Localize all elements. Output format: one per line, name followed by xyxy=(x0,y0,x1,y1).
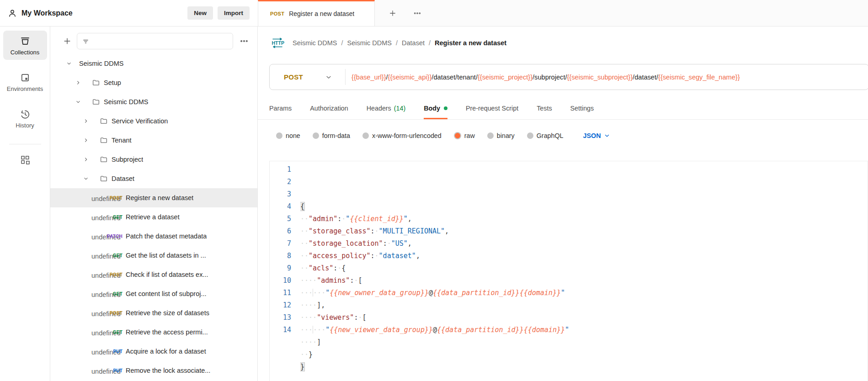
chevron-undefined-icon[interactable]: undefined xyxy=(91,349,97,354)
chevron-undefined-icon[interactable]: undefined xyxy=(91,291,97,296)
url-segment: /dataset/tenant/ xyxy=(431,74,478,81)
request-row[interactable]: undefinedPOSTRegister a new dataset xyxy=(50,188,257,207)
method-label: POST xyxy=(284,73,303,81)
request-tab-label: Headers xyxy=(367,104,391,113)
folder-row[interactable]: Seismic DDMS xyxy=(50,92,257,111)
radio-GraphQL[interactable] xyxy=(527,132,533,139)
collection-row[interactable]: Seismic DDMS xyxy=(50,54,257,73)
request-row[interactable]: undefinedGETGet content list of subproj.… xyxy=(50,284,257,303)
method-badge: PUT xyxy=(101,368,122,373)
code-line: ··"access_policy":·"dataset", xyxy=(300,250,868,262)
body-editor[interactable]: 1234567891011121314 {··"admin":·"{{clien… xyxy=(269,161,868,381)
request-tab-label: Body xyxy=(424,104,440,113)
folder-icon xyxy=(100,136,108,144)
tab-pre-request-script[interactable]: Pre-request Script xyxy=(466,104,518,119)
request-row[interactable]: undefinedPOSTCheck if list of datasets e… xyxy=(50,265,257,284)
breadcrumb-item[interactable]: Seismic DDMS xyxy=(293,39,337,47)
request-row[interactable]: undefinedPUTAcquire a lock for a dataset xyxy=(50,342,257,361)
import-button[interactable]: Import xyxy=(218,6,250,20)
tab-authorization[interactable]: Authorization xyxy=(310,104,348,119)
breadcrumb-separator: / xyxy=(396,39,398,47)
request-row[interactable]: undefinedPOSTRetrieve the size of datase… xyxy=(50,303,257,323)
request-row[interactable]: undefinedPATCHPatch the dataset metadata xyxy=(50,227,257,246)
language-select[interactable]: JSON xyxy=(583,132,610,139)
line-number: 11 xyxy=(270,287,291,299)
tree-item-label: Retrieve a dataset xyxy=(126,213,180,221)
url-input[interactable]: {{base_url}}/{{seismic_api}}/dataset/ten… xyxy=(351,74,868,81)
bodytype-form-data[interactable]: form-data xyxy=(313,132,350,139)
rail-item-environments[interactable]: Environments xyxy=(3,67,47,96)
breadcrumb-item[interactable]: Register a new dataset xyxy=(435,39,506,47)
request-row[interactable]: undefinedGETGet the list of datasets in … xyxy=(50,246,257,265)
method-badge: GET xyxy=(101,330,122,335)
tab-params[interactable]: Params xyxy=(269,104,292,119)
svg-text:HTTP: HTTP xyxy=(272,40,284,46)
new-button[interactable]: New xyxy=(187,6,213,20)
bodytype-x-www-form-urlencoded[interactable]: x-www-form-urlencoded xyxy=(362,132,442,139)
chevron-undefined-icon[interactable]: undefined xyxy=(91,195,97,201)
chevron-undefined-icon[interactable]: undefined xyxy=(91,253,97,258)
rail-item-history[interactable]: History xyxy=(3,104,47,133)
chevron-right-icon[interactable] xyxy=(75,80,81,85)
chevron-undefined-icon[interactable]: undefined xyxy=(91,214,97,220)
folder-icon xyxy=(92,79,100,87)
chevron-down-icon[interactable] xyxy=(66,61,72,66)
bodytype-GraphQL[interactable]: GraphQL xyxy=(527,132,564,139)
code-area[interactable]: {··"admin":·"{{client_id}}",··"storage_c… xyxy=(300,164,868,381)
tab-headers[interactable]: Headers(14) xyxy=(367,104,405,119)
breadcrumb-item[interactable]: Dataset xyxy=(402,39,425,47)
rail-item-collections[interactable]: Collections xyxy=(3,31,47,60)
radio-none[interactable] xyxy=(276,132,282,139)
folder-row[interactable]: Service Verification xyxy=(50,111,257,131)
breadcrumb: HTTP Seismic DDMS/Seismic DDMS/Dataset/R… xyxy=(269,34,868,52)
sidebar-search-input[interactable] xyxy=(94,38,228,45)
tree-item-label: Service Verification xyxy=(112,117,168,125)
radio-x-www-form-urlencoded[interactable] xyxy=(362,132,369,139)
line-number: 2 xyxy=(270,176,291,188)
workspace-title[interactable]: My Workspace xyxy=(21,9,73,17)
method-badge: GET xyxy=(101,215,122,220)
add-collection-button[interactable] xyxy=(63,37,72,46)
request-row[interactable]: undefinedGETRetrieve a dataset xyxy=(50,207,257,227)
code-line: { xyxy=(300,201,868,213)
radio-binary[interactable] xyxy=(487,132,494,139)
chevron-right-icon[interactable] xyxy=(83,118,89,124)
chevron-right-icon[interactable] xyxy=(83,157,89,162)
request-row[interactable]: undefinedGETRetrieve the access permi... xyxy=(50,323,257,342)
folder-row[interactable]: Dataset xyxy=(50,169,257,188)
tab-body[interactable]: Body xyxy=(424,104,447,119)
chevron-undefined-icon[interactable]: undefined xyxy=(91,272,97,277)
breadcrumb-item[interactable]: Seismic DDMS xyxy=(347,39,392,47)
method-select[interactable]: POST xyxy=(270,73,332,81)
bodytype-binary[interactable]: binary xyxy=(487,132,515,139)
radio-form-data[interactable] xyxy=(313,132,319,139)
request-tab[interactable]: POST Register a new dataset xyxy=(258,0,375,26)
code-line: ··} xyxy=(300,349,868,361)
new-tab-button[interactable] xyxy=(389,9,397,17)
chevron-down-icon[interactable] xyxy=(75,99,81,105)
filter-icon[interactable] xyxy=(82,37,90,45)
tab-settings[interactable]: Settings xyxy=(570,104,594,119)
tab-tests[interactable]: Tests xyxy=(537,104,552,119)
request-tabs: ParamsAuthorizationHeaders(14)BodyPre-re… xyxy=(258,90,868,120)
apps-grid-icon[interactable] xyxy=(20,154,31,165)
chevron-undefined-icon[interactable]: undefined xyxy=(91,329,97,335)
url-variable: {{seismic_api}} xyxy=(388,74,432,81)
request-row[interactable]: undefinedPUTRemove the lock associate... xyxy=(50,361,257,380)
tree-item-label: Remove the lock associate... xyxy=(126,367,210,374)
chevron-undefined-icon[interactable]: undefined xyxy=(91,310,97,316)
folder-row[interactable]: Setup xyxy=(50,73,257,92)
sidebar-options-icon[interactable] xyxy=(240,37,249,46)
chevron-undefined-icon[interactable]: undefined xyxy=(91,233,97,239)
radio-raw[interactable] xyxy=(454,132,461,139)
folder-row[interactable]: Subproject xyxy=(50,150,257,169)
chevron-down-icon[interactable] xyxy=(83,176,89,181)
chevron-right-icon[interactable] xyxy=(83,138,89,143)
bodytype-raw[interactable]: raw xyxy=(454,132,475,139)
folder-row[interactable]: Tenant xyxy=(50,131,257,150)
tab-options-icon[interactable] xyxy=(413,9,421,17)
sidebar-search-box[interactable] xyxy=(77,33,233,49)
chevron-undefined-icon[interactable]: undefined xyxy=(91,368,97,373)
history-icon xyxy=(20,109,31,120)
bodytype-none[interactable]: none xyxy=(276,132,300,139)
